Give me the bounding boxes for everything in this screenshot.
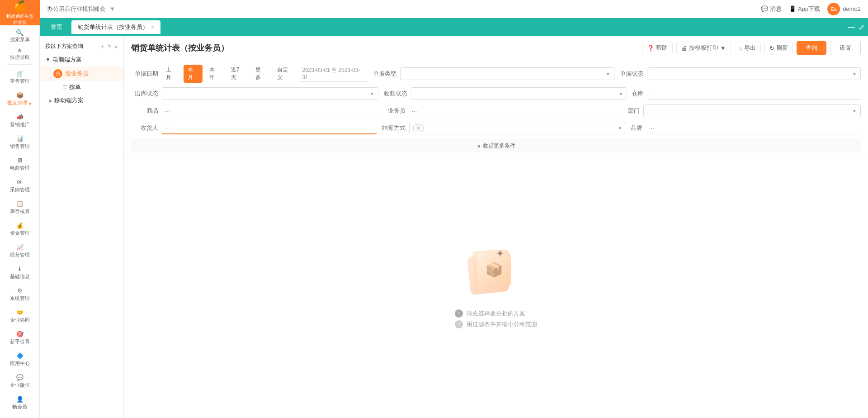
out-status-field[interactable]: ▼ <box>162 87 378 100</box>
sidebar-search[interactable]: 🔍 搜索菜单 <box>0 25 39 45</box>
appcenter-label: 应用中心 <box>10 360 30 367</box>
left-panel-actions: + ✎ « <box>101 43 118 50</box>
filter-row-3: 商品 ··· 业务员 ··· 部门 ▼ <box>131 104 861 117</box>
collapse-panel-btn[interactable]: « <box>114 43 118 50</box>
sidebar-item-operation[interactable]: 📈 经营管理 <box>0 240 40 262</box>
edit-scheme-btn[interactable]: ✎ <box>107 43 112 50</box>
goods-field[interactable]: ··· <box>162 104 377 117</box>
settlement-field[interactable]: ✕ ▼ <box>409 122 627 134</box>
date-this-month-btn[interactable]: 本月 <box>184 65 203 83</box>
warehouse-field[interactable]: ··· <box>647 87 861 100</box>
date-this-year-btn[interactable]: 本年 <box>205 65 224 83</box>
dept-field[interactable]: ▼ <box>643 104 861 117</box>
right-content: 销货单统计表（按业务员） ❓ 帮助 🖨 按模板打印 ▼ ↓ 导出 <box>124 36 868 418</box>
consignee-field[interactable]: ··· <box>162 122 377 134</box>
help-btn[interactable]: ❓ 帮助 <box>642 42 673 54</box>
doc-status-arrow: ▼ <box>852 71 857 76</box>
salesman-label: 业务员 <box>380 107 406 115</box>
scheme-salesman[interactable]: 员 按业务员 <box>40 66 123 81</box>
sidebar-item-marketing[interactable]: 📣 营销推广 <box>0 110 40 132</box>
add-scheme-btn[interactable]: + <box>101 43 104 50</box>
sidebar-item-system[interactable]: ⚙ 系统管理 <box>0 284 40 305</box>
salesman-field[interactable]: ··· <box>409 104 624 117</box>
date-range[interactable]: 2023-03-01 至 2023-03-31 <box>300 66 368 82</box>
left-panel: 按以下方案查询 + ✎ « ▼ 电脑端方案 员 按业务员 ☰ <box>40 36 124 418</box>
date-custom-btn[interactable]: 自定义 <box>273 65 297 83</box>
sidebar-item-finance[interactable]: 💰 资金管理 <box>0 218 40 240</box>
help-label: 帮助 <box>656 44 668 52</box>
filter-area: 单据日期 上月 本月 本年 近7天 更多 自定义 2023-03-01 至 20… <box>124 59 868 158</box>
nav-dropdown-icon[interactable]: ▼ <box>109 5 115 12</box>
sidebar-item-bizwechat[interactable]: 💬 企业微信 <box>0 370 40 392</box>
help-icon: ❓ <box>647 45 654 52</box>
sidebar-item-newbie[interactable]: 🎯 新手引导 <box>0 327 40 349</box>
sidebar-divider-1 <box>8 64 31 65</box>
brand-field[interactable]: ··· <box>646 122 861 134</box>
consignee-more[interactable]: ··· <box>165 124 170 131</box>
username: demo2 <box>843 5 861 12</box>
empty-steps: 1 请先选择要分析的方案 2 用过滤条件来缩小分析范围 <box>455 309 537 328</box>
refresh-btn[interactable]: ↻ 刷新 <box>764 42 793 54</box>
scheme-group-mobile-header[interactable]: ▶ 移动端方案 <box>40 94 123 107</box>
print-label: 按模板打印 <box>689 44 718 52</box>
page-header-actions: ❓ 帮助 🖨 按模板打印 ▼ ↓ 导出 ↻ 刷新 <box>642 41 861 59</box>
message-label: 消息 <box>770 5 782 13</box>
app-download-btn[interactable]: 📱 App下载 <box>789 5 820 13</box>
export-btn[interactable]: ↓ 导出 <box>735 42 761 54</box>
date-last-month-btn[interactable]: 上月 <box>162 65 181 83</box>
tab-close-icon[interactable]: × <box>151 24 154 30</box>
logo-text: 畅捷通好生意 <box>6 13 33 19</box>
doc-type-label: 单据类型 <box>371 70 396 78</box>
query-btn[interactable]: 查询 <box>797 41 826 55</box>
sidebar-item-inventory[interactable]: 📋 库存核算 <box>0 197 40 218</box>
brand-more[interactable]: ··· <box>649 124 654 132</box>
scheme-salesman-icon: 员 <box>53 69 62 78</box>
date-more-btn[interactable]: 更多 <box>251 65 270 83</box>
sidebar-item-wholesale[interactable]: 📦 批发管理 ▲ <box>0 88 40 110</box>
salesman-more[interactable]: ··· <box>412 107 417 114</box>
page-header: 销货单统计表（按业务员） ❓ 帮助 🖨 按模板打印 ▼ ↓ 导出 <box>124 36 868 59</box>
app-logo[interactable]: 🍊 畅捷通好生意 标准版 <box>0 0 40 25</box>
collab-label: 企业协同 <box>10 317 30 323</box>
tab-home[interactable]: 首页 <box>43 20 70 34</box>
finance-label: 资金管理 <box>10 230 30 237</box>
warehouse-label: 仓库 <box>631 90 643 98</box>
brand-label: 品牌 <box>630 124 642 132</box>
scheme-group-pc-header[interactable]: ▼ 电脑端方案 <box>40 53 123 66</box>
sidebar-item-sales[interactable]: 📊 销售管理 <box>0 132 40 153</box>
tab-maximize-btn[interactable]: ⤢ <box>859 23 864 32</box>
date-filter: 上月 本月 本年 近7天 更多 自定义 2023-03-01 至 2023-03… <box>162 65 368 83</box>
basic-label: 基础信息 <box>10 273 30 280</box>
doc-status-field[interactable]: ▼ <box>647 67 861 80</box>
sidebar-item-appcenter[interactable]: 🔷 应用中心 <box>0 349 40 370</box>
print-btn[interactable]: 🖨 按模板打印 ▼ <box>676 42 731 54</box>
message-btn[interactable]: 💬 消息 <box>761 5 782 13</box>
doc-type-field[interactable]: ▼ <box>400 67 614 80</box>
empty-star-icon: ✦ <box>496 248 504 260</box>
sidebar-item-purchase[interactable]: 🛍 采购管理 <box>0 175 40 197</box>
ecommerce-icon: 🖥 <box>17 157 23 164</box>
sidebar-item-ecommerce[interactable]: 🖥 电商管理 <box>0 153 40 175</box>
sidebar-item-collab[interactable]: 🤝 企业协同 <box>0 305 40 327</box>
goods-more[interactable]: ··· <box>165 107 170 114</box>
settlement-tag-close[interactable]: ✕ <box>416 125 420 131</box>
scheme-order[interactable]: ☰ 按单 <box>40 81 123 94</box>
tab-bar-actions: — ⤢ <box>848 23 864 32</box>
sidebar-quicknav[interactable]: ★ 快捷导航 <box>0 45 39 62</box>
tab-minimize-btn[interactable]: — <box>848 23 855 32</box>
user-menu[interactable]: Ea demo2 <box>827 3 861 15</box>
tab-sales-stat[interactable]: 销货单统计表（按业务员） × <box>71 20 160 34</box>
receive-status-field[interactable]: ▼ <box>411 87 627 100</box>
settings-btn[interactable]: 设置 <box>830 41 861 55</box>
sales-label: 销售管理 <box>10 143 30 150</box>
receive-status-arrow: ▼ <box>618 91 623 96</box>
top-header-left: 办公用品行业模拟账套 ▼ <box>47 5 115 13</box>
sidebar-item-retail[interactable]: 🛒 零售管理 <box>0 66 40 88</box>
date-7days-btn[interactable]: 近7天 <box>227 65 249 83</box>
sidebar-item-basic[interactable]: ℹ 基础信息 <box>0 262 40 284</box>
filter-row-1: 单据日期 上月 本月 本年 近7天 更多 自定义 2023-03-01 至 20… <box>131 65 861 83</box>
sidebar-item-member[interactable]: 👤 畅会员 <box>0 392 40 414</box>
date-label: 单据日期 <box>131 70 158 78</box>
collapse-btn[interactable]: ∧ 收起更多条件 <box>477 142 515 150</box>
collapse-icon: ∧ <box>477 143 481 149</box>
